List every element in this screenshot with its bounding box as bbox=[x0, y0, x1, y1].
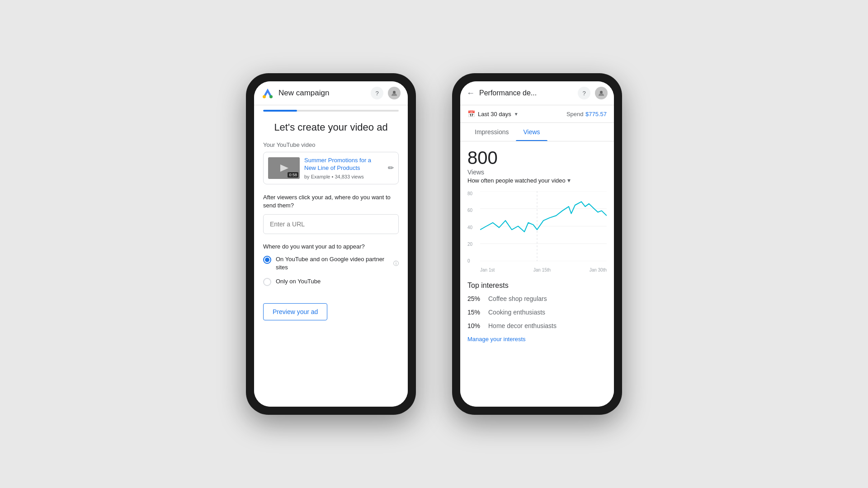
video-title: Summer Promotions for a New Line of Prod… bbox=[304, 157, 383, 172]
phone1: New campaign ? Let's create your video a… bbox=[246, 73, 416, 415]
interest-row-2: 10% Home decor enthusiasts bbox=[467, 322, 607, 329]
metric-sub: How often people watched your video ▾ bbox=[467, 177, 607, 184]
interest-row-0: 25% Coffee shop regulars bbox=[467, 295, 607, 302]
radio-label-both: On YouTube and on Google video partner s… bbox=[276, 255, 399, 272]
placement-question: Where do you want your ad to appear? bbox=[263, 243, 399, 250]
x-label-jan15: Jan 15th bbox=[533, 267, 551, 272]
interest-name-2: Home decor enthusiasts bbox=[488, 322, 557, 329]
google-ads-logo-icon bbox=[261, 87, 274, 99]
phone1-title: New campaign bbox=[278, 89, 371, 98]
edit-icon[interactable]: ✏ bbox=[388, 164, 394, 172]
y-label-20: 20 bbox=[467, 242, 472, 247]
calendar-icon: 📅 bbox=[467, 110, 475, 117]
video-info: Summer Promotions for a New Line of Prod… bbox=[304, 157, 383, 179]
page-main-title: Let's create your video ad bbox=[263, 122, 399, 133]
filter-bar: 📅 Last 30 days ▼ Spend $775.57 bbox=[460, 105, 614, 123]
tab-views[interactable]: Views bbox=[516, 123, 547, 141]
phones-container: New campaign ? Let's create your video a… bbox=[0, 73, 868, 415]
metric-label: Views bbox=[467, 169, 607, 176]
radio-outer-youtube bbox=[263, 278, 271, 286]
metric-value: 800 bbox=[467, 149, 607, 167]
date-range-label: Last 30 days bbox=[478, 111, 511, 117]
preview-button[interactable]: Preview your ad bbox=[263, 303, 327, 320]
progress-bar-container bbox=[254, 105, 408, 113]
help-icon[interactable]: ? bbox=[371, 87, 383, 99]
interest-name-1: Cooking enthusiasts bbox=[488, 309, 545, 316]
phone2: ← Performance de... ? 📅 Last 30 days ▼ bbox=[452, 73, 622, 415]
radio-inner-both bbox=[265, 258, 269, 262]
radio-outer-both bbox=[263, 256, 271, 264]
spend-container: Spend $775.57 bbox=[566, 110, 607, 118]
phone1-screen: New campaign ? Let's create your video a… bbox=[254, 81, 408, 407]
radio-label-youtube: Only on YouTube bbox=[276, 277, 321, 286]
interest-name-0: Coffee shop regulars bbox=[488, 295, 547, 302]
chart-x-labels: Jan 1st Jan 15th Jan 30th bbox=[480, 267, 607, 272]
x-label-jan1: Jan 1st bbox=[480, 267, 495, 272]
interest-pct-1: 15% bbox=[467, 309, 484, 316]
svg-point-1 bbox=[263, 95, 266, 99]
progress-bar-fill bbox=[263, 110, 297, 112]
date-filter[interactable]: 📅 Last 30 days ▼ bbox=[467, 110, 519, 117]
tab-impressions[interactable]: Impressions bbox=[467, 123, 516, 141]
chart-svg bbox=[480, 191, 607, 261]
phone1-header: New campaign ? bbox=[254, 81, 408, 105]
phone2-header-icons: ? bbox=[578, 87, 608, 99]
x-label-jan30: Jan 30th bbox=[590, 267, 607, 272]
manage-interests-link[interactable]: Manage your interests bbox=[467, 336, 607, 343]
chart-y-labels: 80 60 40 20 0 bbox=[467, 191, 472, 263]
perf-tabs: Impressions Views bbox=[460, 123, 614, 141]
radio-option-both[interactable]: On YouTube and on Google video partner s… bbox=[263, 255, 399, 272]
y-label-40: 40 bbox=[467, 225, 472, 230]
interest-row-1: 15% Cooking enthusiasts bbox=[467, 309, 607, 316]
phone2-content: 800 Views How often people watched your … bbox=[460, 141, 614, 407]
phone1-header-icons: ? bbox=[371, 87, 401, 99]
video-duration: 0:58 bbox=[288, 172, 298, 178]
url-question: After viewers click your ad, where do yo… bbox=[263, 193, 399, 210]
interest-pct-0: 25% bbox=[467, 295, 484, 302]
phone2-title: Performance de... bbox=[479, 89, 573, 97]
y-label-60: 60 bbox=[467, 208, 472, 213]
video-card: 0:58 Summer Promotions for a New Line of… bbox=[263, 152, 399, 184]
url-input-wrapper[interactable] bbox=[263, 214, 399, 234]
user-avatar-icon[interactable] bbox=[388, 87, 401, 99]
chart-container: 80 60 40 20 0 bbox=[467, 191, 607, 272]
y-label-0: 0 bbox=[467, 258, 472, 263]
spend-value: $775.57 bbox=[585, 111, 607, 117]
dropdown-arrow-icon: ▼ bbox=[514, 112, 519, 117]
phone1-content: Let's create your video ad Your YouTube … bbox=[254, 113, 408, 407]
y-label-80: 80 bbox=[467, 191, 472, 196]
phone2-header: ← Performance de... ? bbox=[460, 81, 614, 105]
interest-pct-2: 10% bbox=[467, 322, 484, 329]
youtube-section-label: Your YouTube video bbox=[263, 141, 399, 148]
url-input[interactable] bbox=[270, 221, 392, 228]
svg-point-2 bbox=[269, 95, 273, 99]
progress-bar-track bbox=[263, 110, 399, 112]
radio-option-youtube[interactable]: Only on YouTube bbox=[263, 277, 399, 286]
interests-title: Top interests bbox=[467, 282, 607, 290]
phone2-screen: ← Performance de... ? 📅 Last 30 days ▼ bbox=[460, 81, 614, 407]
video-meta: by Example • 34,833 views bbox=[304, 174, 383, 179]
expand-icon[interactable]: ▾ bbox=[567, 177, 571, 184]
video-thumbnail: 0:58 bbox=[268, 157, 300, 179]
phone2-help-icon[interactable]: ? bbox=[578, 87, 590, 99]
spend-label: Spend bbox=[566, 111, 584, 117]
back-arrow-icon[interactable]: ← bbox=[467, 89, 475, 98]
info-icon-both[interactable]: ⓘ bbox=[393, 260, 399, 267]
phone2-user-avatar-icon[interactable] bbox=[595, 87, 608, 99]
